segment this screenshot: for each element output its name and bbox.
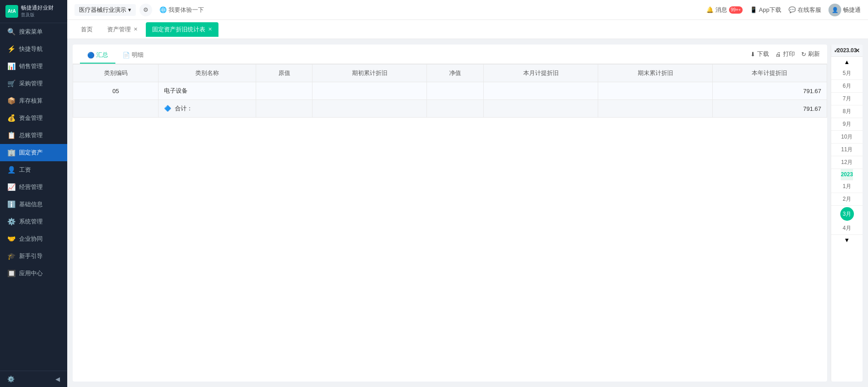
tab-label: 首页	[81, 25, 93, 34]
collab-icon: 🤝	[7, 235, 15, 243]
user-profile[interactable]: 👤 畅捷通	[828, 4, 861, 16]
month-12[interactable]: 12月	[831, 156, 863, 169]
month-4-2023[interactable]: 4月	[831, 222, 863, 235]
topbar: 医疗器械行业演示 ▾ ⚙ 🌐 我要体验一下 🔔 消息 99++ 📱 App下载	[67, 0, 868, 20]
month-3-2023-selected[interactable]: 3月	[840, 207, 854, 221]
company-name: 医疗器械行业演示	[79, 6, 126, 14]
month-7[interactable]: 7月	[831, 93, 863, 105]
dropdown-icon: ▾	[128, 6, 131, 13]
footer-collapse-icon[interactable]: ◀	[55, 376, 60, 382]
system-icon: ⚙️	[7, 218, 15, 226]
inventory-icon: 📦	[7, 97, 15, 105]
customer-service-label: 在线客服	[798, 6, 821, 14]
tab-home[interactable]: 首页	[74, 22, 99, 37]
topbar-left: 医疗器械行业演示 ▾ ⚙ 🌐 我要体验一下	[74, 4, 208, 16]
tab-depreciation[interactable]: 固定资产折旧统计表 ✕	[146, 22, 218, 37]
month-6[interactable]: 6月	[831, 80, 863, 93]
month-8[interactable]: 8月	[831, 105, 863, 118]
scroll-down-button[interactable]: ▼	[831, 235, 863, 245]
footer-settings-icon[interactable]: ⚙️	[7, 376, 15, 382]
cell-net-value	[427, 82, 484, 100]
refresh-button[interactable]: ↻ 刷新	[801, 50, 820, 58]
total-initial-dep	[312, 100, 427, 118]
month-1-2023[interactable]: 1月	[831, 180, 863, 193]
sidebar-item-basic[interactable]: ℹ️ 基础信息	[0, 196, 67, 213]
sidebar-item-label: 经营管理	[19, 183, 43, 191]
notifications-button[interactable]: 🔔 消息 99++	[706, 6, 743, 14]
col-annual-dep: 本年计提折旧	[712, 64, 827, 82]
col-end-dep: 期末累计折旧	[598, 64, 713, 82]
sidebar-item-fixed-assets[interactable]: 🏢 固定资产	[0, 144, 67, 161]
sub-tab-detail[interactable]: 📄 明细	[115, 48, 151, 64]
sub-tab-summary[interactable]: 🔵 汇总	[80, 48, 115, 64]
year-2023-label: 2023	[841, 169, 853, 180]
experience-button[interactable]: 🌐 我要体验一下	[156, 4, 208, 16]
sidebar-item-inventory[interactable]: 📦 库存核算	[0, 92, 67, 109]
cell-original	[256, 82, 312, 100]
app-name: 畅捷通好业财	[21, 5, 54, 12]
table-row[interactable]: 05 电子设备 791.67	[73, 82, 827, 100]
sidebar-item-ledger[interactable]: 📋 总账管理	[0, 127, 67, 144]
sidebar: AtA 畅捷通好业财 普及版 🔍 搜索菜单 ⚡ 快捷导航 📊 销售管理 🛒 采购…	[0, 0, 67, 387]
content-area: 🔵 汇总 📄 明细 ⬇ 下载 🖨 打印	[67, 39, 868, 387]
tab-close-icon[interactable]: ✕	[208, 26, 212, 32]
gear-icon: ⚙	[143, 6, 149, 13]
total-monthly-dep	[484, 100, 598, 118]
tab-asset-mgmt[interactable]: 资产管理 ✕	[101, 22, 144, 37]
date-panel: ⤢ 2023.03 ✕ ▲ 5月 6月 7月 8月 9月 10月 11月 12月…	[831, 45, 863, 382]
cell-annual-dep: 791.67	[712, 82, 827, 100]
sidebar-item-payroll[interactable]: 👤 工资	[0, 161, 67, 179]
sidebar-item-quick-nav[interactable]: ⚡ 快捷导航	[0, 40, 67, 58]
finance-icon: 💰	[7, 114, 15, 122]
col-code: 类别编码	[73, 64, 159, 82]
sidebar-item-ops[interactable]: 📈 经营管理	[0, 179, 67, 196]
col-monthly-dep: 本月计提折旧	[484, 64, 598, 82]
table-total-row: 🔷 合计： 791.67	[73, 100, 827, 118]
print-label: 打印	[783, 50, 795, 58]
bell-icon: 🔔	[706, 6, 714, 13]
print-button[interactable]: 🖨 打印	[775, 50, 795, 58]
sub-tab-label: 汇总	[96, 51, 108, 59]
detail-icon: 📄	[123, 52, 130, 59]
download-button[interactable]: ⬇ 下载	[750, 50, 769, 58]
month-5[interactable]: 5月	[831, 67, 863, 80]
month-3-2023-row[interactable]: 3月	[831, 206, 863, 222]
tab-label: 固定资产折旧统计表	[152, 25, 205, 34]
scroll-up-icon: ▲	[844, 59, 850, 65]
month-2-2023[interactable]: 2月	[831, 193, 863, 206]
cell-code: 05	[73, 82, 159, 100]
basic-icon: ℹ️	[7, 200, 15, 208]
month-9[interactable]: 9月	[831, 118, 863, 131]
sub-tab-label: 明细	[132, 51, 144, 59]
total-icon: 🔷	[164, 105, 171, 112]
app-download-label: App下载	[759, 6, 781, 14]
tab-close-icon[interactable]: ✕	[134, 26, 138, 32]
months-2023: 1月 2月 3月 4月	[831, 180, 863, 235]
tabs-bar: 首页 资产管理 ✕ 固定资产折旧统计表 ✕	[67, 20, 868, 39]
sidebar-item-sales[interactable]: 📊 销售管理	[0, 58, 67, 75]
depreciation-table: 类别编码 类别名称 原值 期初累计折旧 净值 本月计提折旧 期末累计折旧 本年计…	[73, 64, 827, 118]
apps-icon: 🔲	[7, 269, 15, 278]
month-11[interactable]: 11月	[831, 144, 863, 156]
quick-nav-icon: ⚡	[7, 45, 15, 53]
month-10[interactable]: 10月	[831, 131, 863, 144]
settings-button[interactable]: ⚙	[139, 4, 152, 16]
sidebar-item-search[interactable]: 🔍 搜索菜单	[0, 23, 67, 40]
close-date-panel-icon[interactable]: ✕	[855, 47, 860, 54]
print-icon: 🖨	[775, 51, 781, 58]
scroll-down-icon: ▼	[844, 237, 850, 243]
sidebar-item-finance[interactable]: 💰 资金管理	[0, 109, 67, 127]
sidebar-item-apps[interactable]: 🔲 应用中心	[0, 265, 67, 282]
sidebar-item-guide[interactable]: 🎓 新手引导	[0, 248, 67, 265]
scroll-up-button[interactable]: ▲	[831, 57, 863, 67]
fixed-assets-icon: 🏢	[7, 149, 15, 157]
sidebar-item-purchase[interactable]: 🛒 采购管理	[0, 75, 67, 92]
cell-end-dep	[598, 82, 713, 100]
app-download-button[interactable]: 📱 App下载	[750, 6, 781, 14]
sidebar-item-collab[interactable]: 🤝 企业协同	[0, 230, 67, 248]
sidebar-item-system[interactable]: ⚙️ 系统管理	[0, 213, 67, 230]
expand-icon[interactable]: ⤢	[834, 47, 838, 54]
sidebar-item-label: 快捷导航	[19, 45, 43, 53]
customer-service-button[interactable]: 💬 在线客服	[789, 6, 821, 14]
company-selector[interactable]: 医疗器械行业演示 ▾	[74, 4, 136, 16]
